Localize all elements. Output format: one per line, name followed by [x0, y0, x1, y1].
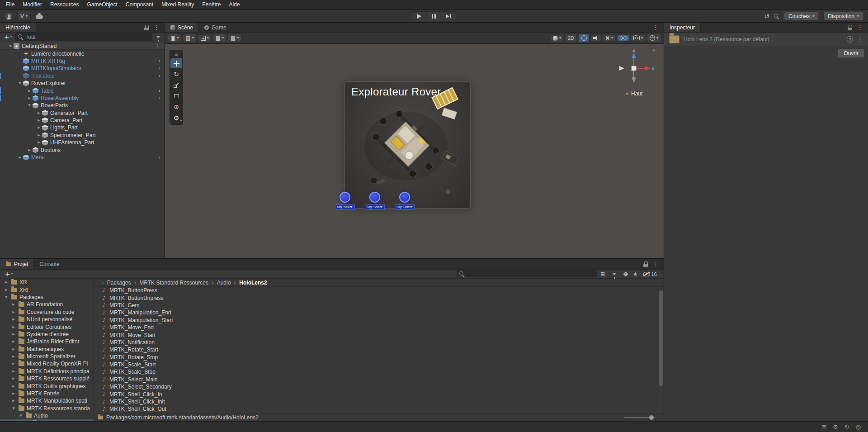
expand-arrow-icon[interactable] [26, 148, 33, 152]
settings-gear-icon[interactable]: ⚙ [833, 424, 838, 430]
layout-dropdown[interactable]: Disposition ▾ [823, 12, 863, 20]
folder-item[interactable]: JetBrains Rider Editor [0, 338, 94, 345]
pressable-button[interactable]: Say "Select" [395, 192, 415, 210]
folder-item[interactable]: Mathématiques [0, 346, 94, 353]
asset-item[interactable]: ♪ MRTK_Shell_Click_In [94, 390, 658, 398]
hierarchy-item[interactable]: MRTK XR Rig › ⋮ [0, 57, 165, 65]
expand-arrow-icon[interactable] [26, 96, 33, 100]
account-button[interactable] [4, 12, 14, 21]
zoom-slider[interactable] [624, 414, 654, 421]
camera-settings-dropdown[interactable]: ▾ [631, 35, 645, 41]
hierarchy-item[interactable]: RoverParts › ⋮ [0, 102, 165, 109]
tab-projet[interactable]: Projet [0, 259, 34, 269]
expand-arrow-icon[interactable] [26, 104, 33, 107]
messages-icon[interactable]: ✉ [821, 424, 826, 430]
menu-item[interactable]: Aide [225, 0, 244, 9]
expand-arrow-icon[interactable] [17, 156, 23, 159]
menu-item[interactable]: GameObject [83, 0, 121, 9]
menu-item[interactable]: Mixed Reality [157, 0, 198, 9]
scene-tool[interactable] [170, 91, 182, 101]
folder-item[interactable]: Couverture du code [0, 309, 94, 316]
axis-gizmo[interactable]: z x [612, 47, 656, 90]
favorites-star-icon[interactable]: ★ [633, 271, 638, 277]
tab-console[interactable]: Console [34, 259, 65, 269]
folder-item[interactable]: Audio [0, 412, 94, 419]
orientation-gizmo[interactable]: ≡ z x ≡ Haut [612, 47, 656, 97]
folder-item[interactable]: AR Foundation [0, 301, 94, 308]
project-search-field[interactable] [457, 271, 597, 277]
breadcrumb-item[interactable]: HoloLens2 [231, 280, 267, 286]
draw-mode-dropdown[interactable]: ▣▾ [168, 34, 181, 42]
asset-item[interactable]: ♪ MRTK_Rotate_Start [94, 346, 658, 353]
expand-arrow-icon[interactable] [11, 370, 16, 373]
search-filter-icon[interactable] [156, 36, 160, 38]
breadcrumb-item[interactable]: Packages [99, 280, 131, 286]
hierarchy-item[interactable]: Spectrometer_Part › ⋮ [0, 132, 165, 139]
expand-arrow-icon[interactable] [11, 355, 16, 358]
folder-item[interactable]: MRTK Manipulation spati [0, 397, 94, 404]
menu-item[interactable]: Fenêtre [198, 0, 225, 9]
asset-item[interactable]: ♪ MRTK_Move_End [94, 324, 658, 331]
panel-menu-icon[interactable]: ⋮ [651, 261, 660, 267]
hierarchy-item[interactable]: RoverAssembly › ⋮ [0, 95, 165, 102]
hierarchy-search-input[interactable] [25, 34, 150, 40]
menu-item[interactable]: Ressources [46, 0, 83, 9]
expand-arrow-icon[interactable] [18, 414, 24, 418]
asset-menu-icon[interactable]: ⋮ [856, 36, 864, 43]
expand-arrow-icon[interactable] [11, 303, 16, 306]
snap-settings-dropdown[interactable]: ▩▾ [213, 34, 226, 42]
prefab-open-chevron-icon[interactable]: › [156, 154, 163, 161]
hierarchy-item[interactable]: Camera_Part › ⋮ [0, 117, 165, 124]
expand-arrow-icon[interactable] [36, 111, 42, 115]
gizmos-dropdown[interactable]: ▾ [647, 34, 660, 42]
asset-item[interactable]: ♪ MRTK_Gem [94, 302, 658, 309]
hierarchy-item[interactable]: RoverExplorer › ⋮ [0, 80, 165, 87]
slider-knob[interactable] [649, 415, 654, 420]
folder-item[interactable]: Microsoft Spatializer [0, 353, 94, 360]
add-object-button[interactable]: +▾ [2, 33, 14, 41]
expand-arrow-icon[interactable] [4, 295, 9, 299]
hierarchy-item[interactable]: Table › ⋮ [0, 87, 165, 94]
asset-item[interactable]: ♪ MRTK_Select_Main [94, 376, 658, 383]
scene-canvas[interactable]: ≡ ↻ [165, 44, 664, 258]
hierarchy-item[interactable]: Menu › ⋮ [0, 154, 165, 161]
scene-tool[interactable]: ↻ [170, 69, 182, 79]
view-preset-label[interactable]: ≡ Haut [612, 90, 656, 97]
scene-tool[interactable]: ≡ [170, 52, 182, 57]
effects-dropdown[interactable]: ▾ [603, 35, 615, 41]
asset-item[interactable]: ♪ MRTK_Manipulation_Start [94, 317, 658, 324]
hierarchy-item[interactable]: GettingStarted › ⋮ [0, 43, 165, 50]
asset-item[interactable]: ♪ MRTK_Notification [94, 339, 658, 346]
folder-item[interactable]: Mixed Reality OpenXR Pl [0, 360, 94, 367]
pressable-button[interactable]: Say "Select" [365, 192, 385, 210]
expand-arrow-icon[interactable] [36, 119, 42, 122]
folder-item[interactable]: MRTK Entrée [0, 390, 94, 397]
global-search-icon[interactable] [774, 14, 779, 19]
tab-game[interactable]: Game [199, 23, 232, 32]
scene-lighting-toggle[interactable] [579, 34, 589, 42]
tab-inspecteur[interactable]: Inspecteur [664, 23, 701, 32]
hierarchy-item[interactable]: Indicateur › ⋮ [0, 72, 165, 80]
expand-arrow-icon[interactable] [11, 318, 16, 321]
expand-arrow-icon[interactable] [4, 280, 9, 284]
version-control-dropdown[interactable]: V ▾ [17, 12, 31, 20]
filter-by-label-icon[interactable] [623, 271, 628, 276]
refresh-icon[interactable]: ↻ [844, 424, 849, 430]
hierarchy-item[interactable]: Boutons › ⋮ [0, 146, 165, 153]
expand-arrow-icon[interactable] [36, 126, 42, 129]
prefab-open-chevron-icon[interactable]: › [156, 58, 163, 64]
open-button[interactable]: Ouvrir [838, 49, 864, 58]
folder-item[interactable]: XRI [0, 286, 94, 293]
expand-arrow-icon[interactable] [11, 385, 16, 388]
folder-item[interactable]: MRTK Outils graphiques [0, 382, 94, 389]
expand-arrow-icon[interactable] [11, 332, 16, 336]
cloud-button[interactable] [34, 12, 44, 21]
expand-arrow-icon[interactable] [26, 89, 33, 93]
hierarchy-search-field[interactable] [15, 33, 152, 41]
expand-arrow-icon[interactable] [11, 377, 16, 380]
scene-tool[interactable] [170, 58, 182, 68]
play-button[interactable] [412, 12, 427, 21]
expand-arrow-icon[interactable] [11, 340, 16, 343]
breadcrumb-item[interactable]: Audio [208, 280, 231, 286]
hierarchy-item[interactable]: Generator_Part › ⋮ [0, 109, 165, 117]
